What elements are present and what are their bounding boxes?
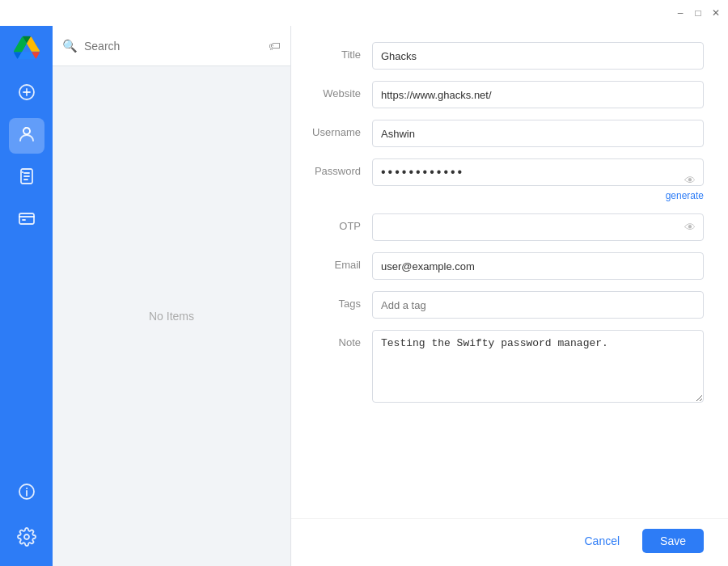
svg-point-15 [26, 488, 27, 489]
email-row: Email [307, 252, 704, 280]
no-items-message: No Items [53, 66, 290, 566]
sidebar-item-passwords[interactable] [9, 118, 44, 154]
note-label: Note [307, 330, 372, 348]
otp-label: OTP [307, 213, 372, 232]
email-label: Email [307, 252, 372, 271]
app-logo [11, 32, 42, 63]
settings-icon [17, 527, 36, 550]
title-bar: – □ ✕ [0, 0, 728, 26]
app-container: 🔍 🏷 No Items Title Website [0, 26, 728, 566]
title-bar-controls: – □ ✕ [675, 7, 722, 19]
sidebar-item-documents[interactable] [9, 160, 44, 196]
website-label: Website [307, 81, 372, 99]
document-icon [17, 167, 36, 189]
sidebar-item-settings[interactable] [9, 521, 44, 556]
sidebar-item-add[interactable] [9, 76, 44, 112]
password-input-wrap: 👁 generate [372, 158, 704, 202]
tags-label: Tags [307, 291, 372, 310]
user-icon [17, 125, 36, 147]
username-input-wrap [372, 120, 704, 147]
title-label: Title [307, 42, 372, 61]
email-input-wrap [372, 252, 704, 280]
generate-link-wrap: generate [372, 188, 704, 202]
save-button[interactable]: Save [642, 529, 704, 553]
title-input-wrap [372, 42, 704, 70]
card-icon [17, 209, 36, 231]
add-icon [17, 82, 36, 105]
content-area: 🔍 🏷 No Items Title Website [53, 26, 728, 566]
otp-input-wrap: 👁 [372, 213, 704, 241]
minimize-button[interactable]: – [675, 7, 686, 19]
svg-point-16 [24, 534, 29, 539]
search-icon: 🔍 [62, 39, 78, 53]
close-button[interactable]: ✕ [710, 7, 722, 19]
tags-row: Tags [307, 291, 704, 319]
svg-point-9 [22, 171, 23, 173]
password-eye-icon[interactable]: 👁 [684, 174, 696, 187]
note-row: Note Testing the Swifty password manager… [307, 330, 704, 406]
form-footer: Cancel Save [291, 518, 728, 566]
cancel-button[interactable]: Cancel [571, 530, 633, 552]
search-input[interactable] [84, 40, 262, 53]
maximize-button[interactable]: □ [692, 7, 704, 19]
website-input[interactable] [372, 81, 704, 108]
password-label: Password [307, 158, 372, 177]
generate-link[interactable]: generate [666, 190, 704, 201]
svg-rect-10 [19, 213, 34, 224]
list-panel: 🔍 🏷 No Items [53, 26, 291, 566]
password-row: Password 👁 generate [307, 158, 704, 202]
form-area: Title Website Username [291, 26, 728, 518]
info-icon [17, 482, 36, 505]
sidebar-item-info[interactable] [9, 475, 44, 511]
email-input[interactable] [372, 252, 704, 280]
otp-row: OTP 👁 [307, 213, 704, 241]
note-input-wrap: Testing the Swifty password manager. [372, 330, 704, 406]
sidebar-bottom [9, 472, 44, 560]
title-input[interactable] [372, 42, 704, 70]
note-textarea[interactable]: Testing the Swifty password manager. [372, 330, 704, 403]
search-bar: 🔍 🏷 [53, 26, 290, 66]
username-input[interactable] [372, 120, 704, 147]
tag-icon[interactable]: 🏷 [269, 39, 281, 53]
username-label: Username [307, 120, 372, 138]
password-input[interactable] [372, 158, 704, 186]
otp-input[interactable] [372, 213, 704, 241]
sidebar-item-cards[interactable] [9, 202, 44, 238]
website-input-wrap [372, 81, 704, 108]
detail-panel: Title Website Username [291, 26, 728, 566]
title-row: Title [307, 42, 704, 70]
tags-input[interactable] [372, 291, 704, 319]
otp-eye-icon[interactable]: 👁 [684, 221, 696, 234]
tags-input-wrap [372, 291, 704, 319]
username-row: Username [307, 120, 704, 147]
sidebar [0, 26, 53, 566]
website-row: Website [307, 81, 704, 108]
